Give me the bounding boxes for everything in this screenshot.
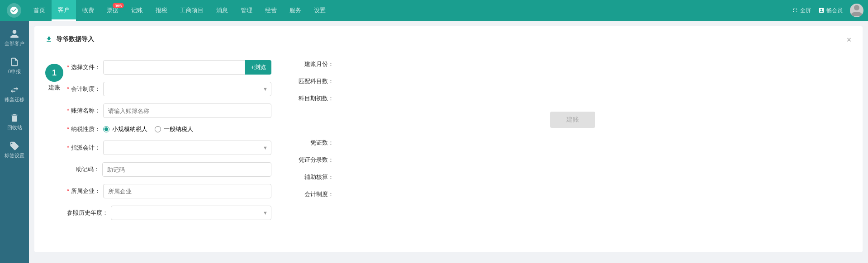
file-row: * 选择文件： +浏览	[67, 60, 271, 75]
company-row: * 所属企业：	[67, 184, 271, 198]
auxiliary-label: 辅助核算：	[293, 173, 334, 181]
history-year-select-wrapper: ▼	[111, 206, 271, 220]
avatar[interactable]	[850, 4, 863, 17]
fullscreen-btn[interactable]: 全屏	[792, 7, 811, 14]
sidebar-item-tag-settings[interactable]: 标签设置	[0, 136, 29, 164]
accountant-row: * 指派会计： ▼	[67, 141, 271, 155]
file-label: * 选择文件：	[67, 63, 100, 71]
history-year-select[interactable]	[111, 206, 271, 220]
memo-input[interactable]	[102, 162, 271, 177]
memo-label: 助记码：	[67, 165, 100, 174]
file-input-wrap: +浏览	[103, 60, 271, 75]
initial-amount-label: 科目期初数：	[293, 94, 334, 103]
accountant-label: * 指派会计：	[67, 144, 100, 152]
sidebar-item-account-migration[interactable]: 账套迁移	[0, 80, 29, 108]
tax-type-label: * 纳税性质：	[67, 125, 100, 133]
ledger-name-label: * 账簿名称：	[67, 107, 100, 115]
radio-group: 小规模纳税人 一般纳税人	[103, 125, 271, 133]
company-input[interactable]	[103, 184, 271, 198]
voucher-entry-label: 凭证分录数：	[293, 156, 334, 164]
match-subject-row: 匹配科目数：	[293, 77, 852, 85]
auxiliary-row: 辅助核算：	[293, 173, 852, 181]
radio-small-taxpayer[interactable]: 小规模纳税人	[103, 125, 147, 133]
voucher-count-row: 凭证数：	[293, 139, 852, 147]
step-area: 1 建账	[45, 64, 63, 227]
avatar-icon	[850, 4, 863, 17]
accountant-select-wrapper: ▼	[103, 141, 271, 155]
card-header: 导爷数据导入	[45, 35, 852, 49]
member-icon	[818, 7, 825, 14]
nav-item-bookkeeping[interactable]: 记账	[125, 0, 149, 21]
nav-item-invoice[interactable]: 票据 new	[100, 0, 125, 21]
file-text-input[interactable]	[103, 60, 246, 75]
build-btn-wrap: 建账	[293, 112, 852, 128]
radio-general-taxpayer[interactable]: 一般纳税人	[155, 125, 193, 133]
new-badge: new	[113, 3, 124, 8]
tax-type-row: * 纳税性质： 小规模纳税人 一般纳税人	[67, 125, 271, 133]
history-year-row: 参照历史年度： ▼	[67, 206, 271, 220]
logo-icon	[9, 6, 19, 15]
form-area: 1 建账 * 选择文件： +浏览	[45, 60, 852, 227]
logo[interactable]	[5, 1, 24, 20]
step-badge: 1	[45, 64, 63, 82]
form-left-area: 1 建账 * 选择文件： +浏览	[45, 60, 271, 227]
voucher-entry-row: 凭证分录数：	[293, 156, 852, 164]
transfer-icon	[9, 85, 19, 95]
nav-item-tax[interactable]: 报税	[149, 0, 174, 21]
radio-small-input[interactable]	[103, 126, 109, 132]
person-icon	[9, 29, 19, 39]
right-accounting-system-row: 会计制度：	[293, 190, 852, 198]
browse-button[interactable]: +浏览	[245, 60, 271, 75]
nav-item-home[interactable]: 首页	[27, 0, 52, 21]
initial-amount-row: 科目期初数：	[293, 94, 852, 103]
month-label: 建账月份：	[293, 60, 334, 68]
month-row: 建账月份：	[293, 60, 852, 68]
step-label: 建账	[48, 84, 60, 92]
nav-item-message[interactable]: 消息	[210, 0, 234, 21]
tag-icon	[9, 141, 19, 151]
nav-item-manage[interactable]: 管理	[234, 0, 259, 21]
radio-general-input[interactable]	[155, 126, 161, 132]
memo-row: 助记码：	[67, 162, 271, 177]
nav-item-fees[interactable]: 收费	[76, 0, 100, 21]
nav-item-service[interactable]: 服务	[283, 0, 308, 21]
nav-item-settings[interactable]: 设置	[308, 0, 332, 21]
card: 导爷数据导入 × 1 建账 * 选择文件：	[34, 26, 863, 252]
accountant-select[interactable]	[103, 141, 271, 155]
nav-item-bizproject[interactable]: 工商项目	[174, 0, 210, 21]
import-icon	[45, 36, 52, 43]
main-content: 导爷数据导入 × 1 建账 * 选择文件：	[29, 21, 868, 263]
sidebar-item-all-clients[interactable]: 全部客户	[0, 24, 29, 52]
accounting-system-row: * 会计制度： ▼	[67, 82, 271, 96]
company-label: * 所属企业：	[67, 187, 100, 195]
document-icon	[9, 57, 19, 67]
trash-icon	[9, 113, 19, 123]
sidebar: 全部客户 0申报 账套迁移 回收站 标签设置	[0, 21, 29, 263]
right-accounting-system-label: 会计制度：	[293, 190, 334, 198]
build-account-button[interactable]: 建账	[550, 112, 595, 128]
accounting-system-select[interactable]	[103, 82, 271, 96]
ledger-name-row: * 账簿名称：	[67, 103, 271, 118]
fullscreen-icon	[792, 7, 798, 14]
match-subject-label: 匹配科目数：	[293, 77, 334, 85]
nav-item-operation[interactable]: 经营	[259, 0, 283, 21]
sidebar-item-declaration[interactable]: 0申报	[0, 52, 29, 80]
card-title: 导爷数据导入	[56, 35, 94, 43]
ledger-name-input[interactable]	[103, 103, 271, 118]
member-btn[interactable]: 畅会员	[818, 7, 843, 14]
history-year-label: 参照历史年度：	[67, 209, 108, 217]
form-rows: * 选择文件： +浏览 * 会计制度：	[67, 60, 271, 227]
voucher-count-label: 凭证数：	[293, 139, 334, 147]
form-right-area: 建账月份： 匹配科目数： 科目期初数： 建账	[271, 60, 852, 227]
accounting-system-select-wrapper: ▼	[103, 82, 271, 96]
close-button[interactable]: ×	[843, 33, 855, 46]
nav-item-client[interactable]: 客户	[52, 0, 76, 21]
accounting-system-label: * 会计制度：	[67, 85, 100, 93]
sidebar-item-recycle[interactable]: 回收站	[0, 108, 29, 136]
top-nav: 首页 客户 收费 票据 new 记账 报税 工商项目 消息 管理 经营 服务 设…	[0, 0, 868, 21]
